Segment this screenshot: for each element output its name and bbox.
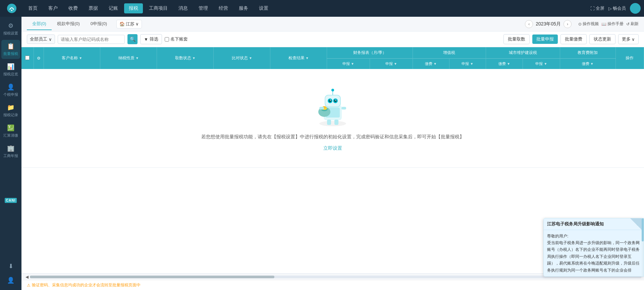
manual-action[interactable]: 📖 操作手册 <box>601 21 624 27</box>
nav-tax[interactable]: 报税 <box>124 3 143 13</box>
batch-declare-btn[interactable]: 批量申报 <box>532 34 558 44</box>
status-update-btn[interactable]: 状态更新 <box>589 34 615 44</box>
sidebar-item-annual-report[interactable]: 🏢 工商年报 <box>1 142 20 161</box>
vat-declare-filter-icon[interactable]: ▼ <box>394 62 397 66</box>
sidebar-item-tax-records[interactable]: 📁 报税记录 <box>1 101 20 120</box>
sidebar-item-batch-tax[interactable]: 📋 批量报税 <box>1 40 20 59</box>
batch-pay-btn[interactable]: 批量缴费 <box>560 34 587 44</box>
sidebar-item-personal-tax[interactable]: 👤 个税申报 <box>1 81 20 100</box>
nav-operation[interactable]: 经营 <box>214 3 233 13</box>
nav-settings[interactable]: 设置 <box>254 3 273 13</box>
avatar[interactable] <box>630 3 641 14</box>
account-checkbox[interactable] <box>165 37 169 42</box>
notification-header: 江苏电子税务局升级影响通知 ✕ <box>544 218 644 230</box>
settings-icon[interactable]: ⚙ <box>37 56 41 61</box>
compare-status-label: 比对状态 <box>232 56 248 60</box>
tab-zero-declare[interactable]: 0申报(0) <box>85 18 112 30</box>
setup-link[interactable]: 立即设置 <box>323 145 342 151</box>
nav-invoice[interactable]: 票据 <box>84 3 103 13</box>
tax-type-filter-icon[interactable]: ▼ <box>136 56 139 60</box>
financial-declare-label: 申报 <box>342 62 350 66</box>
fullscreen-btn[interactable]: ⛶ 全屏 <box>590 5 604 11</box>
fetch-status-filter-icon[interactable]: ▼ <box>192 56 196 60</box>
sidebar-item-user[interactable]: 👤 <box>1 274 20 287</box>
nav-fee[interactable]: 收费 <box>64 3 83 13</box>
search-input[interactable] <box>58 35 125 44</box>
sidebar-item-tax-settings[interactable]: ⚙ 报税设置 <box>1 19 20 39</box>
sidebar-bottom: ⬇ 👤 <box>1 260 20 287</box>
nav-management[interactable]: 管理 <box>194 3 213 13</box>
video-action[interactable]: ⊙ 操作视频 <box>578 21 599 27</box>
checkbox-text: 名下账套 <box>170 36 188 42</box>
prev-month-btn[interactable]: ‹ <box>525 20 533 28</box>
notification-scroll-thumb[interactable] <box>642 218 644 241</box>
customer-filter-icon[interactable]: ▼ <box>79 56 82 60</box>
sub-header-city-pay: 缴费 ▼ <box>486 59 523 69</box>
notification-text: 尊敬的用户: 受当前电子税务局进一步升级的影响，同一个政务网账号（办税人）名下的… <box>547 233 640 274</box>
compare-status-filter-icon[interactable]: ▼ <box>249 56 252 60</box>
search-icon: 🔍 <box>130 37 136 42</box>
right-actions: ⛶ 全屏 ▷ 畅会员 <box>590 3 641 14</box>
sub-header-city-declare: 申报 ▼ <box>449 59 486 69</box>
employee-select-icon: ∨ <box>49 37 52 42</box>
nav-customer[interactable]: 客户 <box>44 3 62 13</box>
toolbar: 全部员工 ∨ 🔍 ▼ 筛选 名下账套 批量取数 批量申报 批量缴费 状态更新 <box>21 31 644 47</box>
sub-header-edu-declare: 申报 ▼ <box>523 59 560 69</box>
filter-icon: ▼ <box>144 37 148 42</box>
svg-rect-21 <box>334 120 338 125</box>
vat-pay-filter-icon[interactable]: ▼ <box>433 62 437 66</box>
nav-business[interactable]: 工商项目 <box>144 3 172 13</box>
next-month-btn[interactable]: › <box>564 20 572 28</box>
employee-select[interactable]: 全部员工 ∨ <box>27 34 55 44</box>
header-operation: 操作 <box>615 47 644 69</box>
header-check-result: 检查结果 ▼ <box>270 47 327 69</box>
city-pay-filter-icon[interactable]: ▼ <box>507 62 510 66</box>
city-declare-filter-icon[interactable]: ▼ <box>470 62 473 66</box>
video-label: 操作视频 <box>583 21 599 27</box>
sidebar-label-batch-tax: 批量报税 <box>3 51 18 56</box>
sidebar-item-annual-settlement[interactable]: 💹 汇算清缴 <box>1 122 20 141</box>
top-navigation: 首页 客户 收费 票据 记账 报税 工商项目 消息 管理 经营 服务 设置 ⛶ … <box>0 0 644 17</box>
more-chevron-icon: ∨ <box>632 37 635 42</box>
svg-rect-18 <box>319 107 324 110</box>
svg-point-2 <box>319 121 346 126</box>
financial-declare-filter-icon[interactable]: ▼ <box>351 62 354 66</box>
notification-scrollbar[interactable] <box>642 218 644 276</box>
sidebar-item-download[interactable]: ⬇ <box>1 260 20 273</box>
nav-home[interactable]: 首页 <box>23 3 42 13</box>
robot-illustration <box>311 85 355 129</box>
check-result-filter-icon[interactable]: ▼ <box>306 56 309 60</box>
sidebar-item-tax-overview[interactable]: 📊 报税总览 <box>1 60 20 79</box>
region-selector[interactable]: 🏠 江苏 ∨ <box>116 20 142 28</box>
manual-icon: 📖 <box>601 22 606 26</box>
scroll-left-btn[interactable]: ◀ <box>24 275 30 279</box>
tab-tax-declare[interactable]: 税款申报(0) <box>52 18 85 30</box>
nav-bookkeeping[interactable]: 记账 <box>104 3 123 13</box>
fullscreen-label: 全屏 <box>596 5 604 11</box>
region-text: 江苏 <box>126 21 135 27</box>
member-btn[interactable]: ▷ 畅会员 <box>608 5 626 11</box>
search-button[interactable]: 🔍 <box>127 34 138 44</box>
scroll-thumb[interactable] <box>30 276 274 278</box>
tab-all[interactable]: 全部(0) <box>27 18 52 30</box>
edu-pay-filter-icon[interactable]: ▼ <box>590 62 594 66</box>
more-btn[interactable]: 更多 ∨ <box>618 34 639 44</box>
header-tax-type: 纳税性质 ▼ <box>100 47 157 69</box>
batch-fetch-btn[interactable]: 批量取数 <box>503 34 530 44</box>
nav-service[interactable]: 服务 <box>234 3 253 13</box>
sidebar-label-annual-report: 工商年报 <box>3 153 18 158</box>
refresh-action[interactable]: ↺ 刷新 <box>626 21 639 27</box>
user-icon: 👤 <box>7 277 14 284</box>
filter-button[interactable]: ▼ 筛选 <box>140 34 162 44</box>
month-display: 2023年05月 <box>536 21 561 27</box>
select-all-checkbox[interactable] <box>25 56 30 60</box>
data-table: ⚙ 客户名称 ▼ 纳税性质 ▼ 取数状态 ▼ <box>21 47 644 168</box>
download-icon: ⬇ <box>7 263 14 270</box>
tab-tax-declare-label: 税款申报 <box>57 21 74 26</box>
nav-message[interactable]: 消息 <box>174 3 193 13</box>
tax-overview-icon: 📊 <box>7 63 14 70</box>
header-customer: 客户名称 ▼ <box>44 47 100 69</box>
logo[interactable] <box>3 2 20 14</box>
account-checkbox-label[interactable]: 名下账套 <box>165 36 188 42</box>
edu-declare-filter-icon[interactable]: ▼ <box>544 62 547 66</box>
